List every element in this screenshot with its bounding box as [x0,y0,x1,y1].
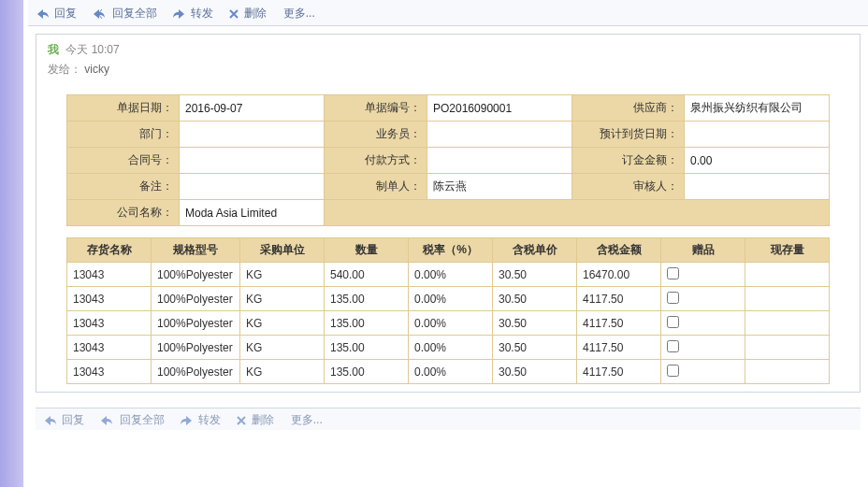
delete-label: 删除 [244,7,267,20]
table-row: 13043100%PolyesterKG540.000.00%30.501647… [67,263,830,287]
cell-unit: KG [240,287,325,311]
mail-panel: 我 今天 10:07 发给： vicky 单据日期： 2016-09-07 单据… [36,34,861,393]
cell-gift [661,336,745,360]
col-spec: 规格型号 [152,238,240,263]
reply-icon [37,9,49,19]
table-row: 13043100%PolyesterKG135.000.00%30.504117… [67,287,830,311]
value-bill-no: PO2016090001 [427,95,572,122]
cell-tax: 0.00% [409,263,493,287]
label-salesman: 业务员： [325,122,427,148]
more-button-bottom[interactable]: 更多... [291,408,323,430]
value-contract [180,148,325,174]
cell-unit: KG [240,263,325,287]
cell-unit: KG [240,311,325,336]
label-bill-date: 单据日期： [67,95,180,122]
value-est-arrive [685,122,830,148]
reply-button-bottom[interactable]: 回复 [45,408,84,430]
gift-checkbox[interactable] [667,340,679,352]
more-button[interactable]: 更多... [283,0,315,26]
cell-amount: 16470.00 [577,263,661,287]
delete-button-bottom[interactable]: 删除 [237,408,274,430]
cell-gift [661,263,745,287]
delete-button[interactable]: 删除 [229,0,267,26]
recipient-line: 发给： vicky [48,62,848,78]
cell-unit: KG [240,336,325,360]
sender-name: 我 [48,43,59,56]
gift-checkbox[interactable] [667,365,679,377]
forward-label: 转发 [191,7,213,20]
gift-checkbox[interactable] [667,316,679,328]
value-bill-date: 2016-09-07 [180,95,325,122]
cell-price: 30.50 [493,263,577,287]
cell-name: 13043 [67,287,152,311]
cell-stock [745,263,830,287]
more-label: 更多... [283,7,315,20]
value-supplier: 泉州振兴纺织有限公司 [685,95,830,122]
cell-spec: 100%Polyester [152,263,240,287]
cell-stock [745,311,830,336]
forward-button[interactable]: 转发 [173,0,212,26]
col-price: 含税单价 [493,238,577,263]
cell-name: 13043 [67,311,152,336]
reply-button[interactable]: 回复 [37,0,77,26]
reply-all-icon [94,9,107,19]
cell-amount: 4117.50 [577,287,661,311]
cell-qty: 135.00 [325,336,409,360]
label-supplier: 供应商： [572,95,685,122]
cell-price: 30.50 [493,360,577,384]
cell-qty: 540.00 [325,263,409,287]
value-dept [180,122,325,148]
table-row: 13043100%PolyesterKG135.000.00%30.504117… [67,311,830,336]
value-creator: 陈云燕 [427,174,572,200]
cell-name: 13043 [67,360,152,384]
close-icon [237,416,246,425]
cell-gift [661,287,745,311]
line-items-table: 存货名称 规格型号 采购单位 数量 税率（%） 含税单价 含税金额 赠品 现存量… [66,237,830,384]
data-header-row: 存货名称 规格型号 采购单位 数量 税率（%） 含税单价 含税金额 赠品 现存量 [67,238,830,263]
cell-price: 30.50 [493,311,577,336]
bottom-toolbar: 回复 回复全部 转发 删除 更多... [36,408,861,430]
po-form-table: 单据日期： 2016-09-07 单据编号： PO2016090001 供应商：… [66,94,830,226]
value-remark [180,174,325,200]
cell-stock [745,336,830,360]
sent-time: 今天 10:07 [65,43,119,56]
forward-button-bottom[interactable]: 转发 [181,408,220,430]
value-salesman [427,122,572,148]
label-creator: 制单人： [325,174,427,200]
table-row: 13043100%PolyesterKG135.000.00%30.504117… [67,360,830,384]
label-contract: 合同号： [67,148,180,174]
cell-spec: 100%Polyester [152,336,240,360]
col-gift: 赠品 [661,238,745,263]
gift-checkbox[interactable] [667,292,679,304]
forward-icon [173,9,184,19]
cell-stock [745,287,830,311]
label-est-arrive: 预计到货日期： [572,122,685,148]
gift-checkbox[interactable] [667,267,679,279]
label-company: 公司名称： [67,200,180,226]
cell-tax: 0.00% [409,287,493,311]
col-unit: 采购单位 [240,238,325,263]
cell-gift [661,360,745,384]
cell-qty: 135.00 [325,360,409,384]
reply-all-button-bottom[interactable]: 回复全部 [101,408,165,430]
label-pay-method: 付款方式： [325,148,427,174]
table-row: 13043100%PolyesterKG135.000.00%30.504117… [67,336,830,360]
label-remark: 备注： [67,174,180,200]
reply-all-icon [101,416,114,425]
reply-label: 回复 [54,7,77,20]
form-blank [325,200,830,226]
cell-price: 30.50 [493,336,577,360]
cell-tax: 0.00% [409,360,493,384]
cell-unit: KG [240,360,325,384]
sender-line: 我 今天 10:07 [48,42,848,58]
value-reviewer [685,174,830,200]
reply-all-button[interactable]: 回复全部 [94,0,157,26]
reply-icon [45,416,56,425]
cell-gift [661,311,745,336]
cell-qty: 135.00 [325,287,409,311]
value-company: Moda Asia Limited [180,200,325,226]
reply-all-label: 回复全部 [112,7,157,20]
cell-qty: 135.00 [325,311,409,336]
label-deposit: 订金金额： [572,148,685,174]
cell-tax: 0.00% [409,311,493,336]
